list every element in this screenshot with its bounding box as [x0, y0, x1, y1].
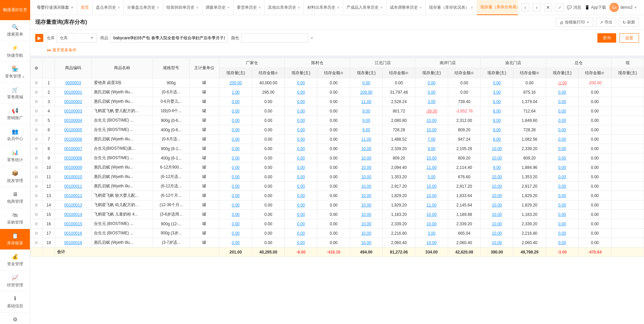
row-settings[interactable]: ⚙ — [31, 163, 43, 172]
tab-close-icon[interactable]: ✕ — [157, 6, 159, 9]
row-f-amt: 0.00 — [252, 153, 284, 163]
row-name: 惠氏启赋 (Wyeth illu... — [92, 238, 153, 247]
row-total-amt: 0.00 — [579, 229, 611, 238]
row-settings[interactable]: ⚙ — [31, 229, 43, 238]
row-settings[interactable]: ⚙ — [31, 238, 43, 247]
tab-zuzhuan[interactable]: 组装拆卸单历史 ✕ — [163, 0, 202, 15]
row-total-qty: 0.00 — [546, 172, 578, 182]
tab-kucun-zhuangtai[interactable]: 现存量（库存状况表） ✕ — [426, 0, 477, 15]
tab-yaohuo[interactable]: 要货单历史 ✕ — [233, 0, 265, 15]
nav-next-button[interactable]: › — [533, 3, 541, 11]
row-jb-qty: 10.00 — [350, 163, 382, 172]
col-unit-header: 主计量单位 — [190, 58, 219, 78]
tab-cailiao-chuku[interactable]: 材料出库单历史 ✕ — [304, 0, 343, 15]
export-button[interactable]: ↗ 导出 — [596, 18, 616, 27]
footer-yb-qty: 390.00 — [481, 247, 513, 257]
row-code: 00100006 — [55, 135, 92, 144]
tab-close-icon[interactable]: ✕ — [117, 6, 120, 9]
app-download-button[interactable]: 📱 App下载 — [585, 5, 606, 10]
row-current — [611, 78, 644, 88]
tab-close-icon[interactable]: ✕ — [196, 6, 199, 9]
sidebar-item-inventory[interactable]: 📋 库存核算 — [0, 229, 30, 250]
nav-expand-button[interactable]: ⤢ — [555, 3, 564, 11]
sidebar-item-ecommerce[interactable]: 🖥 电商管理 — [0, 187, 30, 208]
row-na-amt: 665.04 — [448, 229, 480, 238]
expand-button[interactable]: ▶ — [35, 34, 43, 42]
sidebar-item-shortcut[interactable]: ⚡ 快捷导航 — [0, 41, 30, 62]
row-settings[interactable]: ⚙ — [31, 144, 43, 153]
row-na-qty: 5.00 — [415, 172, 448, 182]
row-settings[interactable]: ⚙ — [31, 135, 43, 144]
warehouse-selector[interactable]: 仓库 ··· ▼ — [57, 33, 97, 43]
tab-close-icon[interactable]: ✕ — [419, 6, 422, 9]
tab-chancheng-ruku[interactable]: 产成品入库单历史 ✕ — [343, 0, 386, 15]
nav-close-button[interactable]: ✕ — [544, 3, 552, 11]
sidebar-item-basic[interactable]: ℹ 基础信息 — [0, 291, 30, 312]
table-row: ⚙ 6 00100005 合生元 (BIOSTIME) ... 400g (0-… — [31, 125, 644, 135]
sidebar-item-purchase[interactable]: 🛍 采购管理 — [0, 208, 30, 229]
tab-kucun-fenbU[interactable]: 现存量（库存分布表） ✕ — [477, 0, 518, 15]
tab-close-icon[interactable]: ✕ — [380, 6, 383, 9]
row-jb-qty: 10.00 — [350, 172, 382, 182]
sidebar-item-wholesale[interactable]: 📦 批发管理 — [0, 166, 30, 187]
row-na-amt: 1,189.88 — [448, 210, 480, 219]
tab-diaobo[interactable]: 调拨单历史 ✕ — [202, 0, 233, 15]
row-settings[interactable]: ⚙ — [31, 88, 43, 97]
row-settings[interactable]: ⚙ — [31, 125, 43, 135]
nav-prev-button[interactable]: ‹ — [521, 3, 529, 11]
settings-button[interactable]: 设置 — [620, 33, 639, 43]
tab-close-icon[interactable]: ✕ — [337, 6, 339, 9]
tab-chengben[interactable]: 成本调整单历史 ✕ — [386, 0, 426, 15]
row-unit: 罐 — [190, 163, 219, 172]
nav-home[interactable]: 首页 — [77, 0, 93, 15]
query-button[interactable]: 查询 — [597, 33, 616, 43]
row-settings[interactable]: ⚙ — [31, 153, 43, 163]
tab-close-icon[interactable]: ✕ — [258, 6, 261, 9]
sidebar-item-retail-store[interactable]: 🛒 零售商城 — [0, 83, 30, 104]
message-button[interactable]: 💬 消息 — [567, 5, 581, 10]
col-settings-header[interactable]: ⚙ — [31, 58, 43, 78]
row-settings[interactable]: ⚙ — [31, 191, 43, 200]
sidebar: 畅捷通好生意 🔍 搜索英单 ⚡ 快捷导航 🏪 零售管理 ▲ 🛒 零售商城 📢 营… — [0, 0, 30, 324]
expand-more-button[interactable]: ▾▾ 展开更多条件 — [47, 47, 639, 53]
sidebar-item-member[interactable]: 👥 会员中心 — [0, 125, 30, 145]
row-settings[interactable]: ⚙ — [31, 116, 43, 125]
row-f-qty: 0.00 — [219, 97, 252, 106]
row-settings[interactable]: ⚙ — [31, 106, 43, 116]
sidebar-item-marketing[interactable]: 📢 营销推广 — [0, 104, 30, 125]
tab-close-icon[interactable]: ✕ — [298, 6, 300, 9]
sidebar-item-retail-stats[interactable]: 📊 零售统计 — [0, 145, 30, 166]
user-menu[interactable]: Ea demo2 ▼ — [609, 3, 637, 12]
sidebar-item-finance[interactable]: 💰 资金管理 — [0, 250, 30, 271]
refresh-button[interactable]: ↻ 刷新 — [619, 18, 639, 27]
tab-qita-chuku[interactable]: 其他出库单历史 ✕ — [265, 0, 304, 15]
print-button[interactable]: 🖨 按模板打印 ▼ — [556, 18, 593, 27]
tab-close-icon[interactable]: ✕ — [227, 6, 230, 9]
tab-close-icon[interactable]: ✕ — [471, 6, 473, 9]
shortcut-icon: ⚡ — [2, 44, 28, 52]
industry-selector[interactable]: 母婴行业演示陈套 ▼ — [34, 0, 77, 15]
row-spec: (3-7岁适... — [153, 238, 190, 247]
color-input[interactable] — [241, 33, 308, 43]
row-settings[interactable]: ⚙ — [31, 78, 43, 88]
row-jb-amt: 2,339.20 — [383, 219, 415, 229]
row-settings[interactable]: ⚙ — [31, 172, 43, 182]
tab-panding[interactable]: 盘点单历史 ✕ — [93, 0, 124, 15]
row-settings[interactable]: ⚙ — [31, 200, 43, 210]
row-settings[interactable]: ⚙ — [31, 210, 43, 219]
footer-f-amt: 40,295.00 — [252, 247, 284, 257]
row-yb-qty: 10.00 — [481, 219, 513, 229]
sidebar-item-search[interactable]: 🔍 搜索英单 — [0, 20, 30, 41]
sidebar-item-retail[interactable]: 🏪 零售管理 ▲ — [0, 62, 30, 83]
color-dropdown-icon[interactable]: ▼ — [310, 36, 314, 40]
row-settings[interactable]: ⚙ — [31, 182, 43, 191]
tab-fenpanding[interactable]: 分量盘点单历史 ✕ — [124, 0, 163, 15]
row-idx: 14 — [43, 200, 55, 210]
table-row: ⚙ 8 00100007 合生元(BIOSTIME)派... 900g (6-1… — [31, 144, 644, 153]
row-code: 00100001 — [55, 88, 92, 97]
sidebar-item-system[interactable]: ⚙ 系统管理 — [0, 313, 30, 324]
row-settings[interactable]: ⚙ — [31, 219, 43, 229]
row-settings[interactable]: ⚙ — [31, 97, 43, 106]
sidebar-item-operation[interactable]: 📈 经营管理 — [0, 271, 30, 291]
goods-input[interactable] — [110, 33, 228, 43]
